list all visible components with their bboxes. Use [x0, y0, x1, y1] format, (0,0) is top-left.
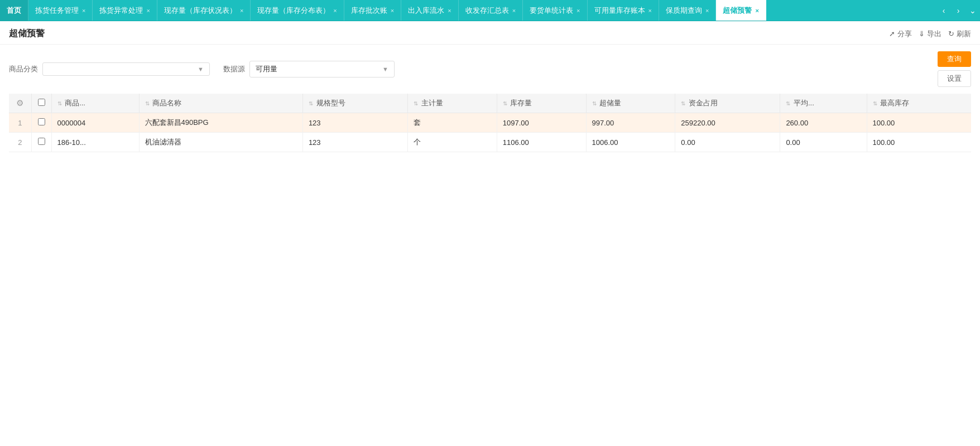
category-select[interactable]: ▼ — [42, 62, 210, 76]
nav-prev-btn[interactable]: ‹ — [936, 0, 951, 21]
gear-icon[interactable]: ⚙ — [16, 98, 23, 108]
row-over: 1006.00 — [586, 133, 675, 152]
col-unit-label: 主计量 — [421, 99, 443, 107]
query-button[interactable]: 查询 — [938, 51, 971, 67]
category-label: 商品分类 — [9, 64, 38, 74]
nav-tab-7-close[interactable]: × — [512, 7, 516, 14]
nav-tab-6-close[interactable]: × — [448, 7, 451, 14]
nav-tab-4[interactable]: 现存量（库存分布表） × — [251, 0, 344, 21]
export-button[interactable]: ⇓ 导出 — [919, 29, 941, 39]
nav-arrows: ‹ › ⌄ — [936, 0, 980, 21]
table-row: 1 0000004 六配套新昌490BPG 123 套 1097.00 997.… — [9, 113, 971, 133]
nav-tab-3[interactable]: 现存量（库存状况表） × — [157, 0, 251, 21]
sort-icon-stock: ⇅ — [503, 100, 507, 106]
export-icon: ⇓ — [919, 30, 925, 38]
table-header-row: ⚙ ⇅ 商品... ⇅ 商品名称 ⇅ 规格型号 ⇅ — [9, 94, 971, 113]
col-spec-label: 规格型号 — [316, 99, 345, 107]
row-avg: 0.00 — [780, 133, 867, 152]
col-avg[interactable]: ⇅ 平均... — [780, 94, 867, 113]
nav-tab-7[interactable]: 收发存汇总表 × — [459, 0, 523, 21]
nav-tab-7-label: 收发存汇总表 — [465, 6, 509, 16]
row-product-code: 186-10... — [51, 133, 139, 152]
nav-tab-5[interactable]: 库存批次账 × — [344, 0, 401, 21]
row-max-stock: 100.00 — [867, 133, 971, 152]
nav-tab-5-close[interactable]: × — [391, 7, 394, 14]
col-product-name[interactable]: ⇅ 商品名称 — [139, 94, 302, 113]
row-unit: 个 — [407, 133, 497, 152]
sort-icon-max-stock: ⇅ — [873, 100, 877, 106]
nav-tab-2-label: 拣货异常处理 — [99, 6, 143, 16]
nav-tab-8-close[interactable]: × — [577, 7, 580, 14]
sort-icon-code: ⇅ — [57, 100, 62, 106]
header-actions: ➚ 分享 ⇓ 导出 ↻ 刷新 — [889, 29, 971, 39]
nav-tab-6[interactable]: 出入库流水 × — [401, 0, 458, 21]
col-avg-label: 平均... — [794, 99, 814, 107]
refresh-button[interactable]: ↻ 刷新 — [948, 29, 971, 39]
row-index: 1 — [9, 113, 31, 133]
col-unit[interactable]: ⇅ 主计量 — [407, 94, 497, 113]
data-table: ⚙ ⇅ 商品... ⇅ 商品名称 ⇅ 规格型号 ⇅ — [9, 94, 971, 152]
nav-next-btn[interactable]: › — [951, 0, 965, 21]
col-stock-label: 库存量 — [510, 99, 532, 107]
row-stock: 1097.00 — [497, 113, 586, 133]
nav-tab-11[interactable]: 超储预警 × — [716, 0, 766, 21]
nav-tab-2-close[interactable]: × — [146, 7, 150, 14]
row-checkbox-cell — [31, 133, 51, 152]
sort-icon-over: ⇅ — [592, 100, 597, 106]
top-nav: 首页 拣货任务管理 × 拣货异常处理 × 现存量（库存状况表） × 现存量（库存… — [0, 0, 980, 21]
nav-tab-8[interactable]: 要货单统计表 × — [523, 0, 587, 21]
share-icon: ➚ — [889, 30, 895, 38]
nav-tab-11-label: 超储预警 — [723, 6, 752, 16]
chevron-down-icon: ▼ — [198, 66, 204, 72]
nav-tab-3-close[interactable]: × — [240, 7, 243, 14]
nav-menu-btn[interactable]: ⌄ — [965, 0, 980, 21]
nav-tab-6-label: 出入库流水 — [408, 6, 444, 16]
col-capital[interactable]: ⇅ 资金占用 — [675, 94, 780, 113]
row-unit: 套 — [407, 113, 497, 133]
table-body: 1 0000004 六配套新昌490BPG 123 套 1097.00 997.… — [9, 113, 971, 152]
datasource-filter: 数据源 可用量 ▼ — [223, 61, 395, 77]
row-checkbox[interactable] — [38, 138, 45, 145]
col-stock[interactable]: ⇅ 库存量 — [497, 94, 586, 113]
datasource-chevron-icon: ▼ — [382, 66, 388, 72]
nav-tab-4-close[interactable]: × — [333, 7, 337, 14]
nav-tab-2[interactable]: 拣货异常处理 × — [93, 0, 157, 21]
col-checkbox — [31, 94, 51, 113]
refresh-icon: ↻ — [948, 30, 954, 38]
row-spec: 123 — [302, 113, 407, 133]
nav-tab-11-close[interactable]: × — [755, 7, 758, 14]
col-max-stock[interactable]: ⇅ 最高库存 — [867, 94, 971, 113]
datasource-select-value: 可用量 — [256, 64, 277, 74]
nav-tab-10-close[interactable]: × — [705, 7, 709, 14]
col-max-stock-label: 最高库存 — [880, 99, 909, 107]
col-spec[interactable]: ⇅ 规格型号 — [302, 94, 407, 113]
row-spec: 123 — [302, 133, 407, 152]
nav-tab-1-close[interactable]: × — [82, 7, 85, 14]
page-header: 超储预警 ➚ 分享 ⇓ 导出 ↻ 刷新 — [0, 21, 980, 45]
row-product-code: 0000004 — [51, 113, 139, 133]
share-button[interactable]: ➚ 分享 — [889, 29, 912, 39]
row-product-name: 机油滤清器 — [139, 133, 302, 152]
datasource-label: 数据源 — [223, 64, 245, 74]
export-label: 导出 — [927, 29, 941, 39]
nav-tab-9-close[interactable]: × — [648, 7, 652, 14]
col-over[interactable]: ⇅ 超储量 — [586, 94, 675, 113]
nav-tab-5-label: 库存批次账 — [351, 6, 387, 16]
nav-tab-10[interactable]: 保质期查询 × — [659, 0, 716, 21]
select-all-checkbox[interactable] — [38, 99, 45, 106]
nav-tab-9[interactable]: 可用量库存账本 × — [588, 0, 659, 21]
sort-icon-avg: ⇅ — [786, 100, 790, 106]
col-product-code-label: 商品... — [65, 99, 85, 107]
col-product-name-label: 商品名称 — [152, 99, 181, 107]
col-capital-label: 资金占用 — [689, 99, 718, 107]
col-product-code[interactable]: ⇅ 商品... — [51, 94, 139, 113]
datasource-select[interactable]: 可用量 ▼ — [249, 61, 395, 77]
nav-tab-home[interactable]: 首页 — [0, 0, 28, 21]
nav-tab-1[interactable]: 拣货任务管理 × — [28, 0, 93, 21]
row-max-stock: 100.00 — [867, 113, 971, 133]
settings-button[interactable]: 设置 — [938, 70, 971, 87]
share-label: 分享 — [897, 29, 912, 39]
sort-icon-unit: ⇅ — [414, 100, 418, 106]
row-checkbox[interactable] — [38, 118, 45, 125]
nav-tab-9-label: 可用量库存账本 — [594, 6, 645, 16]
